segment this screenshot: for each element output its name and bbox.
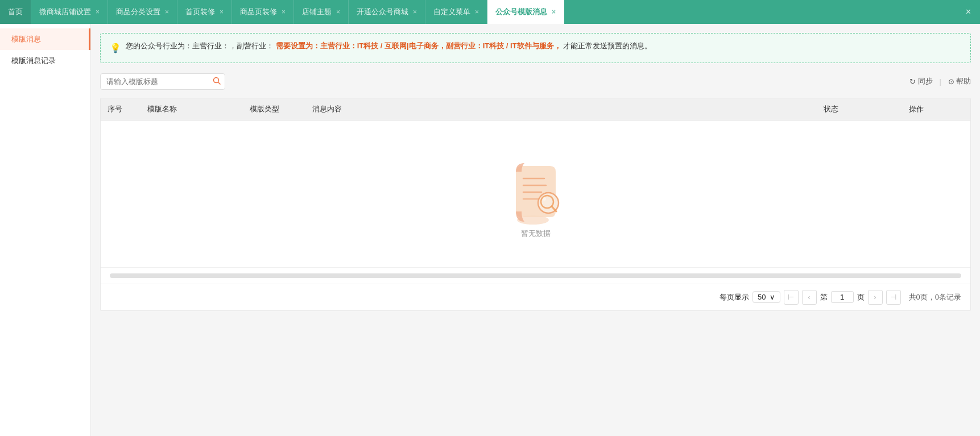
close-shop-settings[interactable]: ×	[96, 8, 100, 16]
notice-highlight: 需要设置为：主营行业：IT科技 / 互联网|电子商务，副营行业：IT科技 / I…	[276, 41, 561, 50]
page-label-after: 页	[857, 292, 865, 302]
svg-point-10	[543, 197, 546, 201]
close-product-decor[interactable]: ×	[282, 8, 286, 16]
page-size-label: 每页显示	[720, 292, 749, 302]
sidebar: 模版消息 模版消息记录	[0, 24, 91, 436]
close-shop-theme[interactable]: ×	[336, 8, 340, 16]
col-seq: 序号	[101, 98, 140, 120]
data-table: 序号 模版名称 模版类型 消息内容 状态 操作	[100, 98, 971, 311]
page-total: 共0页，0条记录	[909, 292, 961, 302]
tab-template-msg[interactable]: 公众号模版消息 ×	[487, 0, 564, 24]
first-page-button[interactable]: ⊢	[784, 290, 799, 305]
col-action: 操作	[902, 98, 970, 120]
notice-icon: 💡	[110, 41, 121, 56]
scrollbar-area[interactable]	[101, 267, 970, 284]
divider: |	[940, 77, 941, 86]
tab-shop-settings[interactable]: 微商城店铺设置 ×	[31, 0, 108, 24]
search-input[interactable]	[100, 73, 225, 90]
close-custom-menu[interactable]: ×	[475, 8, 479, 16]
close-open-mall[interactable]: ×	[413, 8, 417, 16]
close-product-category[interactable]: ×	[165, 8, 169, 16]
empty-state: 暂无数据	[101, 121, 970, 267]
close-homepage-decor[interactable]: ×	[220, 8, 224, 16]
search-button[interactable]	[213, 77, 221, 86]
main-layout: 模版消息 模版消息记录 💡 您的公众号行业为：主营行业：，副营行业： 需要设置为…	[0, 24, 980, 436]
tab-shop-theme[interactable]: 店铺主题 ×	[294, 0, 349, 24]
svg-line-1	[218, 82, 221, 84]
topbar: 首页 微商城店铺设置 × 商品分类设置 × 首页装修 × 商品页装修 × 店铺主…	[0, 0, 980, 24]
col-name: 模版名称	[140, 98, 243, 120]
tab-homepage-decor[interactable]: 首页装修 ×	[177, 0, 232, 24]
sidebar-item-template-message-record[interactable]: 模版消息记录	[0, 50, 90, 72]
col-status: 状态	[817, 98, 902, 120]
tab-product-category[interactable]: 商品分类设置 ×	[108, 0, 177, 24]
close-template-msg[interactable]: ×	[552, 8, 556, 16]
help-button[interactable]: ⊙ 帮助	[948, 76, 971, 86]
prev-page-button[interactable]: ‹	[802, 290, 817, 305]
search-bar-right: ↻ 同步 | ⊙ 帮助	[909, 76, 971, 86]
tab-product-decor[interactable]: 商品页装修 ×	[232, 0, 294, 24]
tab-home[interactable]: 首页	[0, 0, 31, 24]
search-bar-left	[100, 73, 225, 90]
main-content: 💡 您的公众号行业为：主营行业：，副营行业： 需要设置为：主营行业：IT科技 /…	[91, 24, 980, 436]
sync-button[interactable]: ↻ 同步	[909, 76, 933, 86]
tab-custom-menu[interactable]: 自定义菜单 ×	[425, 0, 487, 24]
empty-text: 暂无数据	[521, 229, 551, 239]
tab-open-mall[interactable]: 开通公众号商城 ×	[349, 0, 425, 24]
col-type: 模版类型	[243, 98, 305, 120]
col-content: 消息内容	[305, 98, 817, 120]
close-all-tabs[interactable]: ×	[957, 7, 980, 17]
notice-box: 💡 您的公众号行业为：主营行业：，副营行业： 需要设置为：主营行业：IT科技 /…	[100, 33, 971, 63]
page-label-before: 第	[820, 292, 828, 302]
table-header: 序号 模版名称 模版类型 消息内容 状态 操作	[101, 98, 970, 121]
search-input-wrapper	[100, 73, 225, 90]
last-page-button[interactable]: ⊣	[886, 290, 901, 305]
horizontal-scrollbar[interactable]	[110, 273, 961, 278]
pagination-bar: 每页显示 50 ∨ ⊢ ‹ 第 页 › ⊣ 共0页，0条记录	[101, 284, 970, 310]
page-size-select[interactable]: 50 ∨	[752, 291, 780, 303]
search-bar: ↻ 同步 | ⊙ 帮助	[100, 73, 971, 90]
page-number-input[interactable]	[831, 291, 854, 303]
empty-illustration	[502, 155, 570, 229]
sidebar-item-template-message[interactable]: 模版消息	[0, 28, 90, 50]
next-page-button[interactable]: ›	[868, 290, 883, 305]
